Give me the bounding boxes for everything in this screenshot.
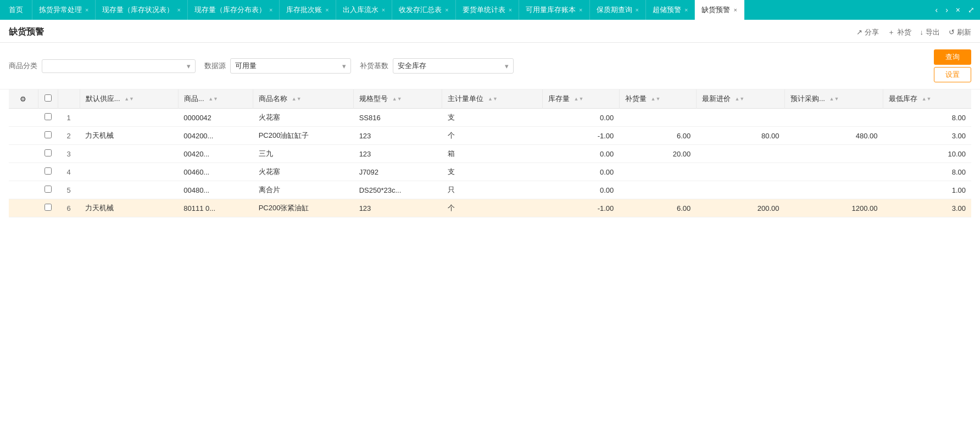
settings-button[interactable]: 设置	[934, 67, 971, 82]
close-inventory-status-icon[interactable]: ×	[177, 7, 180, 13]
tab-order-stats[interactable]: 要货单统计表 ×	[456, 0, 519, 20]
row-replenish-1: 6.00	[619, 127, 696, 145]
close-overstock-icon[interactable]: ×	[684, 7, 688, 13]
refresh-button[interactable]: ↺ 刷新	[949, 27, 971, 37]
nav-close-button[interactable]: ×	[953, 3, 964, 16]
export-icon: ↓	[920, 28, 924, 36]
tab-receive-summary[interactable]: 收发存汇总表 ×	[392, 0, 455, 20]
nav-prev-button[interactable]: ‹	[932, 3, 941, 16]
tab-shortage[interactable]: 缺货预警 ×	[695, 0, 744, 20]
row-check-0[interactable]	[38, 109, 58, 127]
row-min-stock-3: 8.00	[883, 163, 971, 181]
table-row: 5 00480... 离合片 DS250*23c... 只 0.00 1.00	[9, 181, 971, 199]
row-checkbox-5[interactable]	[44, 204, 52, 211]
close-batch-account-icon[interactable]: ×	[325, 7, 328, 13]
page-header: 缺货预警 ↗ 分享 ＋ 补货 ↓ 导出 ↺ 刷新	[0, 20, 980, 43]
sort-latest-price-icon: ▲▼	[734, 97, 744, 102]
row-est-purchase-5: 1200.00	[785, 199, 883, 217]
page-title: 缺货预警	[9, 26, 44, 38]
row-spec-4: DS250*23c...	[354, 181, 442, 199]
table-container: ⚙ 默认供应... ▲▼ 商品... ▲▼ 商品名称	[0, 89, 980, 217]
th-stock[interactable]: 库存量 ▲▼	[542, 89, 619, 109]
row-spec-3: J7092	[354, 163, 442, 181]
row-latest-price-0	[696, 109, 784, 127]
row-check-4[interactable]	[38, 181, 58, 199]
row-latest-price-2	[696, 145, 784, 163]
row-name-3: 火花塞	[253, 163, 354, 181]
th-est-purchase[interactable]: 预计采购... ▲▼	[785, 89, 883, 109]
th-code[interactable]: 商品... ▲▼	[178, 89, 253, 109]
sort-min-stock-icon: ▲▼	[922, 97, 932, 102]
row-code-3: 00460...	[178, 163, 253, 181]
close-expiry-query-icon[interactable]: ×	[636, 7, 639, 13]
close-order-stats-icon[interactable]: ×	[509, 7, 512, 13]
row-gear-0	[9, 109, 38, 127]
th-gear[interactable]: ⚙	[9, 89, 38, 109]
row-stock-0: 0.00	[542, 109, 619, 127]
row-check-3[interactable]	[38, 163, 58, 181]
close-shortage-icon[interactable]: ×	[733, 7, 737, 13]
category-select[interactable]: ▾	[42, 59, 196, 73]
query-button[interactable]: 查询	[934, 49, 971, 65]
filter-bar: 商品分类 ▾ 数据源 可用量 ▾ 补货基数 安全库存 ▾ 查询 设置	[0, 43, 980, 89]
share-button[interactable]: ↗ 分享	[856, 27, 879, 37]
nav-next-button[interactable]: ›	[942, 3, 951, 16]
row-check-2[interactable]	[38, 145, 58, 163]
category-label: 商品分类	[9, 61, 37, 71]
close-available-ledger-icon[interactable]: ×	[579, 7, 582, 13]
tab-overstock[interactable]: 超储预警 ×	[646, 0, 695, 20]
th-unit[interactable]: 主计量单位 ▲▼	[442, 89, 543, 109]
export-button[interactable]: ↓ 导出	[920, 27, 940, 37]
row-gear-4	[9, 181, 38, 199]
th-min-stock[interactable]: 最低库存 ▲▼	[883, 89, 971, 109]
th-supplier[interactable]: 默认供应... ▲▼	[80, 89, 178, 109]
tab-inventory-status[interactable]: 现存量（库存状况表） ×	[96, 0, 187, 20]
row-replenish-5: 6.00	[619, 199, 696, 217]
close-inventory-dist-icon[interactable]: ×	[269, 7, 272, 13]
row-est-purchase-4	[785, 181, 883, 199]
row-check-1[interactable]	[38, 127, 58, 145]
tab-exception[interactable]: 拣货异常处理 ×	[32, 0, 96, 20]
row-latest-price-3	[696, 163, 784, 181]
nav-fullscreen-button[interactable]: ⤢	[965, 3, 978, 16]
row-check-5[interactable]	[38, 199, 58, 217]
replenish-base-select[interactable]: 安全库存 ▾	[393, 58, 514, 74]
tab-available-ledger[interactable]: 可用量库存账本 ×	[519, 0, 589, 20]
tab-inout-flow[interactable]: 出入库流水 ×	[336, 0, 392, 20]
row-checkbox-2[interactable]	[44, 149, 52, 156]
datasource-label: 数据源	[204, 61, 226, 71]
tab-expiry-query[interactable]: 保质期查询 ×	[590, 0, 646, 20]
row-est-purchase-0	[785, 109, 883, 127]
row-checkbox-4[interactable]	[44, 186, 52, 193]
row-checkbox-1[interactable]	[44, 131, 52, 138]
refresh-icon: ↺	[949, 28, 955, 36]
row-unit-5: 个	[442, 199, 543, 217]
th-latest-price[interactable]: 最新进价 ▲▼	[696, 89, 784, 109]
th-name[interactable]: 商品名称 ▲▼	[253, 89, 354, 109]
row-latest-price-5: 200.00	[696, 199, 784, 217]
row-checkbox-3[interactable]	[44, 167, 52, 175]
tab-batch-account[interactable]: 库存批次账 ×	[280, 0, 336, 20]
tab-inventory-dist[interactable]: 现存量（库存分布表） ×	[188, 0, 280, 20]
replenish-base-label: 补货基数	[360, 61, 388, 71]
row-code-4: 00480...	[178, 181, 253, 199]
row-stock-3: 0.00	[542, 163, 619, 181]
row-name-1: PC200油缸缸子	[253, 127, 354, 145]
datasource-select[interactable]: 可用量 ▾	[230, 58, 351, 74]
row-name-2: 三九	[253, 145, 354, 163]
category-filter-group: 商品分类 ▾	[9, 59, 196, 73]
select-all-checkbox[interactable]	[44, 94, 52, 102]
row-min-stock-0: 8.00	[883, 109, 971, 127]
th-replenish[interactable]: 补货量 ▲▼	[619, 89, 696, 109]
row-gear-2	[9, 145, 38, 163]
row-min-stock-5: 3.00	[883, 199, 971, 217]
row-code-5: 80111 0...	[178, 199, 253, 217]
th-spec[interactable]: 规格型号 ▲▼	[354, 89, 442, 109]
row-checkbox-0[interactable]	[44, 113, 52, 120]
close-exception-icon[interactable]: ×	[85, 7, 88, 13]
tab-home[interactable]: 首页	[0, 0, 32, 20]
replenish-button[interactable]: ＋ 补货	[888, 27, 911, 37]
row-supplier-0	[80, 109, 178, 127]
close-receive-summary-icon[interactable]: ×	[445, 7, 448, 13]
close-inout-flow-icon[interactable]: ×	[382, 7, 385, 13]
